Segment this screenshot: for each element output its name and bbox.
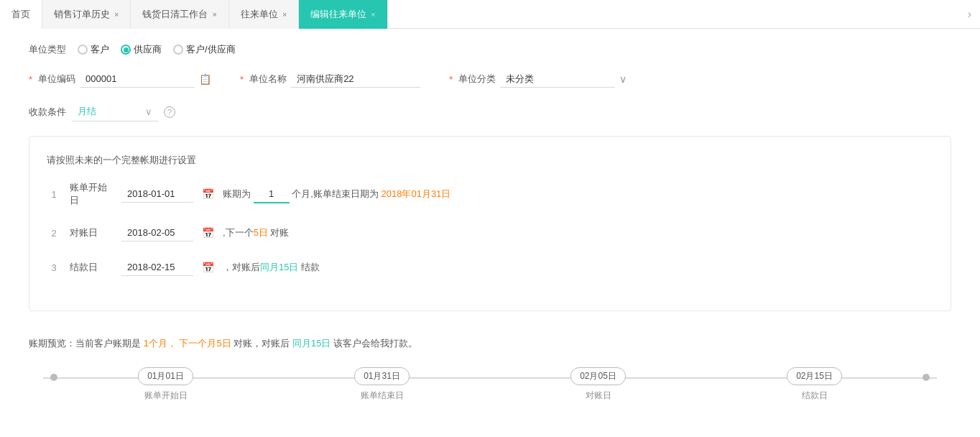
tab-cashflow[interactable]: 钱货日清工作台 ×	[131, 0, 228, 29]
radio-supplier-circle	[121, 45, 131, 55]
unit-category-star: *	[449, 74, 453, 85]
period-date-input-1[interactable]	[121, 185, 193, 203]
period-suffix-2: 对账	[270, 227, 289, 238]
timeline-start-circle	[50, 374, 57, 381]
radio-customer[interactable]: 客户	[78, 43, 109, 56]
unit-info-row: * 单位编码 📋 * 单位名称 * 单位分类 ∨	[29, 70, 951, 88]
period-highlight-2: 5日	[254, 227, 268, 238]
unit-category-label: 单位分类	[458, 73, 496, 86]
preview-section: 账期预览：当前客户账期是 1个月， 下一个月5日 对账，对账后 同月15日 该客…	[29, 326, 951, 416]
preview-part4: 同月15日	[292, 338, 330, 349]
timeline-container: 01月01日 账单开始日 01月31日 账单结束日 02月05日 对账日 02月…	[29, 367, 951, 402]
radio-customer-label: 客户	[91, 43, 109, 56]
period-highlight-3: 同月15日	[260, 262, 298, 272]
radio-both-circle	[173, 45, 183, 55]
tab-sales-history-label: 销售订单历史	[54, 8, 110, 21]
timeline-label-3: 对账日	[586, 390, 611, 402]
timeline-end-circle	[923, 374, 930, 381]
tab-home[interactable]: 首页	[0, 0, 42, 29]
period-desc-suffix-1: 个月,账单结束日期为	[292, 188, 379, 199]
period-desc-3: ，对账后同月15日 结款	[223, 261, 320, 274]
timeline-label-2: 账单结束日	[361, 390, 404, 402]
radio-supplier[interactable]: 供应商	[121, 43, 162, 56]
period-calendar-icon-3[interactable]: 📅	[202, 262, 214, 273]
tab-home-label: 首页	[11, 8, 30, 21]
period-type-label-3: 结款日	[70, 261, 113, 274]
payment-condition-select[interactable]: 月结 ∨	[72, 102, 158, 121]
timeline-point-3: 02月05日 对账日	[490, 367, 706, 402]
period-num-2: 2	[47, 228, 61, 239]
tab-edit-partner-close[interactable]: ×	[371, 10, 375, 19]
timeline-point-1: 01月01日 账单开始日	[57, 367, 274, 402]
timeline-point-2: 01月31日 账单结束日	[274, 367, 490, 402]
main-content: 单位类型 客户 供应商 客户/供应商 * 单位编码 📋 * 单位名称	[0, 29, 980, 437]
radio-both[interactable]: 客户/供应商	[173, 43, 236, 56]
period-num-3: 3	[47, 262, 61, 273]
unit-code-label: 单位编码	[38, 73, 75, 86]
payment-condition-label: 收款条件	[29, 106, 66, 119]
timeline-badge-3: 02月05日	[570, 367, 626, 385]
preview-part3: 对账，对账后	[234, 338, 290, 349]
period-row-1: 1 账单开始日 📅 账期为 个月,账单结束日期为 2018年01月31日	[47, 181, 933, 207]
period-desc-1: 账期为 个月,账单结束日期为 2018年01月31日	[223, 185, 450, 203]
unit-type-label: 单位类型	[29, 43, 66, 56]
period-settings-box: 请按照未来的一个完整帐期进行设置 1 账单开始日 📅 账期为 个月,账单结束日期…	[29, 136, 951, 311]
timeline-badge-2: 01月31日	[354, 367, 410, 385]
preview-part2: 下一个月5日	[179, 338, 231, 349]
unit-name-star: *	[240, 74, 244, 85]
period-desc-prefix-1: 账期为	[223, 188, 251, 199]
tabs-bar: 首页 销售订单历史 × 钱货日清工作台 × 往来单位 × 编辑往来单位 × ›	[0, 0, 980, 29]
unit-category-dropdown-icon[interactable]: ∨	[619, 73, 627, 85]
tab-partners[interactable]: 往来单位 ×	[229, 0, 299, 29]
tab-sales-history-close[interactable]: ×	[114, 10, 119, 19]
period-highlight-date-1: 2018年01月31日	[382, 188, 451, 199]
preview-part1: 1个月，	[144, 338, 177, 349]
radio-supplier-label: 供应商	[134, 43, 162, 56]
tab-cashflow-close[interactable]: ×	[212, 10, 216, 19]
preview-part5: 该客户会给我打款。	[333, 338, 417, 349]
period-type-label-1: 账单开始日	[70, 181, 113, 207]
timeline-point-4: 02月15日 结款日	[706, 367, 923, 402]
unit-code-star: *	[29, 74, 32, 85]
radio-customer-circle	[78, 45, 88, 55]
preview-label: 账期预览：当前客户账期是	[29, 338, 141, 349]
timeline-badge-4: 02月15日	[787, 367, 842, 385]
timeline-label-1: 账单开始日	[144, 390, 188, 402]
period-date-input-3[interactable]	[121, 259, 193, 276]
period-num-1: 1	[47, 189, 61, 200]
period-calendar-icon-2[interactable]: 📅	[202, 227, 214, 239]
tab-edit-partner-label: 编辑往来单位	[310, 8, 366, 21]
period-num-input-1[interactable]	[254, 185, 290, 203]
unit-name-field: * 单位名称	[240, 70, 420, 88]
timeline-badge-1: 01月01日	[138, 367, 193, 385]
timeline-label-4: 结款日	[802, 390, 828, 402]
period-box-title: 请按照未来的一个完整帐期进行设置	[47, 154, 933, 167]
period-date-input-2[interactable]	[121, 224, 193, 242]
help-icon[interactable]: ?	[164, 106, 175, 118]
unit-name-input[interactable]	[291, 70, 420, 88]
period-type-label-2: 对账日	[70, 226, 113, 239]
unit-category-field: * 单位分类 ∨	[449, 70, 627, 88]
tab-sales-history[interactable]: 销售订单历史 ×	[42, 0, 131, 29]
period-row-3: 3 结款日 📅 ，对账后同月15日 结款	[47, 259, 933, 276]
timeline-start-dot	[50, 367, 57, 381]
period-row-2: 2 对账日 📅 ,下一个5日 对账	[47, 224, 933, 242]
radio-both-label: 客户/供应商	[186, 43, 236, 56]
unit-code-field: * 单位编码 📋	[29, 70, 211, 88]
period-calendar-icon-1[interactable]: 📅	[202, 188, 214, 200]
unit-type-section: 单位类型 客户 供应商 客户/供应商	[29, 43, 951, 56]
unit-category-input[interactable]	[500, 70, 615, 88]
tab-partners-close[interactable]: ×	[282, 10, 287, 19]
tabs-more-button[interactable]: ›	[959, 8, 980, 21]
unit-code-input[interactable]	[80, 70, 195, 88]
timeline-end-dot	[923, 367, 930, 381]
payment-condition-value: 月结	[78, 105, 96, 118]
tab-partners-label: 往来单位	[241, 8, 278, 21]
tab-edit-partner[interactable]: 编辑往来单位 ×	[299, 0, 387, 29]
tab-cashflow-label: 钱货日清工作台	[142, 8, 208, 21]
payment-condition-dropdown-icon: ∨	[145, 106, 152, 117]
unit-code-icon[interactable]: 📋	[199, 73, 211, 85]
payment-condition-row: 收款条件 月结 ∨ ?	[29, 102, 951, 121]
preview-text: 账期预览：当前客户账期是 1个月， 下一个月5日 对账，对账后 同月15日 该客…	[29, 337, 951, 350]
unit-name-label: 单位名称	[249, 73, 287, 86]
